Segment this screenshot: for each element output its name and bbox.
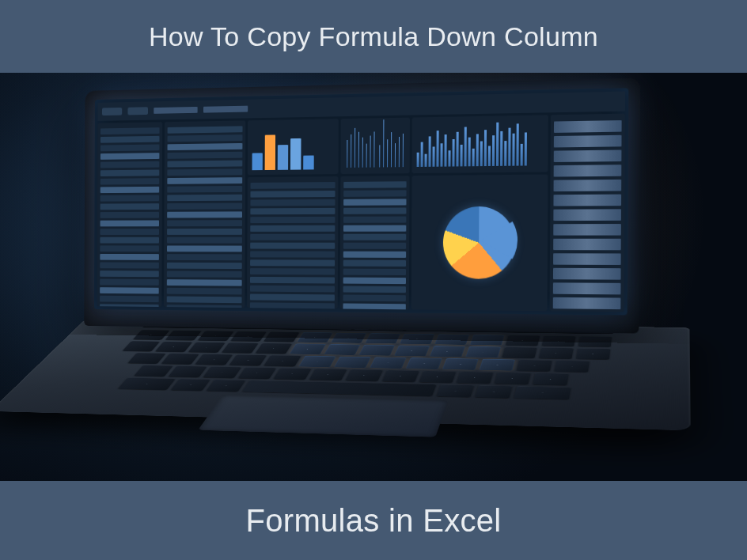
title-text-top: How To Copy Formula Down Column [149,21,598,52]
mini-bar-chart-1 [340,118,410,174]
keyboard-keys: ········································… [39,329,664,402]
laptop-keyboard-base: ········································… [0,320,691,430]
trackpad [198,395,448,437]
pie-chart-panel [411,175,548,312]
toolbar-text [203,106,248,113]
laptop: ········································… [71,84,691,481]
data-column-left [97,122,163,307]
data-list-mid [247,176,338,308]
laptop-illustration: ········································… [0,73,747,481]
mini-bar-chart-2 [412,115,548,173]
colored-bar-chart [248,119,339,175]
toolbar-button [127,107,148,115]
toolbar-text [154,107,197,114]
toolbar-button [102,108,122,115]
title-text-bottom: Formulas in Excel [246,503,502,539]
spreadsheet-dashboard [94,88,628,315]
pie-chart [443,206,515,279]
data-table-center [340,176,410,309]
title-banner-bottom: Formulas in Excel [0,481,747,560]
title-banner-top: How To Copy Formula Down Column [0,0,747,73]
pie-slice-exploded [446,204,518,277]
thumbnail-strip [550,114,625,312]
laptop-screen-bezel [84,78,640,333]
data-column-2 [164,120,245,308]
